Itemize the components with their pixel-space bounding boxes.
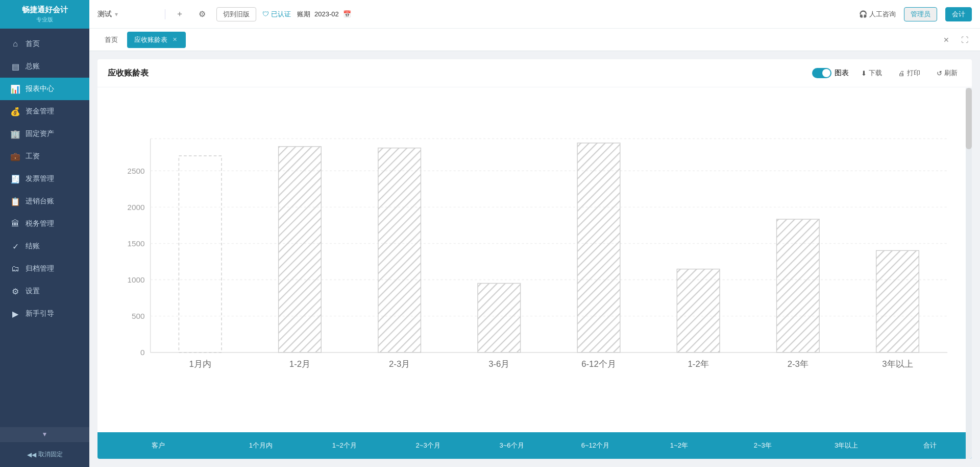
svg-text:1-2月: 1-2月 xyxy=(289,359,310,369)
svg-text:2500: 2500 xyxy=(127,167,144,175)
bar-8 xyxy=(876,250,919,352)
page-actions: 图表 ⬇ 下载 🖨 打印 ↺ 刷新 xyxy=(812,66,962,80)
switch-old-version-btn[interactable]: 切到旧版 xyxy=(216,7,256,21)
user-btn[interactable]: 管理员 xyxy=(904,7,937,21)
sidebar-item-home[interactable]: ⌂ 首页 xyxy=(0,33,89,55)
print-label: 打印 xyxy=(907,68,920,78)
sidebar-item-funds[interactable]: 💰 资金管理 xyxy=(0,100,89,123)
certified-badge: 🛡 已认证 xyxy=(262,10,291,19)
table-header: 客户1个月内1~2个月2~3个月3~6个月6~12个月1~2年2~3年3年以上合… xyxy=(97,432,972,459)
content-area: 应收账龄表 图表 ⬇ 下载 🖨 打印 xyxy=(89,51,980,467)
workspace-name: 测试 xyxy=(97,10,112,19)
table-col-2: 1~2个月 xyxy=(303,434,386,457)
bar-3 xyxy=(378,148,421,353)
funds-icon: 💰 xyxy=(10,106,20,116)
settings-icon-btn[interactable]: ⚙ xyxy=(194,6,210,22)
chevron-down-icon: ▾ xyxy=(115,11,118,18)
sidebar-label-invoice: 发票管理 xyxy=(26,174,54,183)
sidebar-item-invoice[interactable]: 🧾 发票管理 xyxy=(0,168,89,190)
svg-text:3年以上: 3年以上 xyxy=(882,359,913,369)
refresh-label: 刷新 xyxy=(944,68,958,78)
window-controls: ✕ ⛶ xyxy=(939,33,972,47)
bar-chart: 0 500 1000 1500 2000 2500 xyxy=(108,92,962,427)
cancel-fixed-btn[interactable]: ◀◀ 取消固定 xyxy=(0,446,89,463)
sidebar-item-assets[interactable]: 🏢 固定资产 xyxy=(0,123,89,145)
page-header: 应收账龄表 图表 ⬇ 下载 🖨 打印 xyxy=(97,59,972,87)
archive-icon: 🗂 xyxy=(10,264,20,274)
tab-aging[interactable]: 应收账龄表 ✕ xyxy=(127,32,186,48)
svg-text:6-12个月: 6-12个月 xyxy=(581,359,616,369)
print-btn[interactable]: 🖨 打印 xyxy=(894,66,924,80)
download-btn[interactable]: ⬇ 下载 xyxy=(857,66,886,80)
table-col-1: 1个月内 xyxy=(219,434,303,457)
invoice-icon: 🧾 xyxy=(10,174,20,184)
tax-icon: 🏛 xyxy=(10,219,20,229)
sidebar-label-settle: 结账 xyxy=(26,242,40,251)
svg-text:2-3月: 2-3月 xyxy=(389,359,410,369)
aging-tab-label: 应收账龄表 xyxy=(134,35,167,44)
sidebar-label-reports: 报表中心 xyxy=(26,84,54,94)
scroll-thumb[interactable] xyxy=(966,88,972,149)
chart-toggle[interactable]: 图表 xyxy=(812,68,849,78)
table-col-3: 2~3个月 xyxy=(386,434,470,457)
header-right: 🎧 人工咨询 管理员 会计 xyxy=(859,7,972,21)
svg-text:1000: 1000 xyxy=(127,275,144,284)
svg-text:1-2年: 1-2年 xyxy=(688,359,709,369)
consult-btn[interactable]: 🎧 人工咨询 xyxy=(859,10,896,19)
home-tab-label: 首页 xyxy=(105,35,118,44)
sidebar-item-wages[interactable]: 💼 工资 xyxy=(0,145,89,168)
headset-icon: 🎧 xyxy=(859,10,867,18)
sidebar-item-guide[interactable]: ▶ 新手引导 xyxy=(0,302,89,325)
sidebar-item-settings[interactable]: ⚙ 设置 xyxy=(0,280,89,302)
bar-4 xyxy=(478,284,521,353)
header: 测试 ▾ ＋ ⚙ 切到旧版 🛡 已认证 账期 2023-02 📅 🎧 人工咨询 … xyxy=(89,0,980,29)
table-col-7: 2~3年 xyxy=(721,434,804,457)
sidebar-scroll-down[interactable]: ▼ xyxy=(0,427,89,441)
tab-close-icon[interactable]: ✕ xyxy=(170,36,179,44)
main-content: 首页 应收账龄表 ✕ ✕ ⛶ 应收账龄表 图表 xyxy=(89,29,980,467)
sidebar-label-wages: 工资 xyxy=(26,152,40,161)
add-button[interactable]: ＋ xyxy=(172,6,188,22)
sidebar-item-reports[interactable]: 📊 报表中心 xyxy=(0,78,89,100)
svg-text:0: 0 xyxy=(140,348,145,357)
bar-2 xyxy=(279,147,322,353)
sidebar-label-home: 首页 xyxy=(26,39,40,49)
expand-window-btn[interactable]: ⛶ xyxy=(958,33,972,47)
app-name: 畅捷通好会计 xyxy=(22,5,68,15)
chart-svg-wrap: 0 500 1000 1500 2000 2500 xyxy=(108,92,962,427)
table-col-0: 客户 xyxy=(97,434,219,457)
calendar-icon[interactable]: 📅 xyxy=(343,10,351,18)
shield-icon: 🛡 xyxy=(262,10,269,18)
sidebar-label-funds: 资金管理 xyxy=(26,107,54,116)
scroll-track[interactable] xyxy=(966,88,972,459)
sidebar: 畅捷通好会计 专业版 ⌂ 首页 ▤ 总账 📊 报表中心 💰 资金管理 🏢 固定资… xyxy=(0,0,89,467)
toggle-track[interactable] xyxy=(812,68,831,78)
sidebar-item-settle[interactable]: ✓ 结账 xyxy=(0,235,89,258)
guide-icon: ▶ xyxy=(10,309,20,319)
sidebar-item-archive[interactable]: 🗂 归档管理 xyxy=(0,258,89,280)
table-col-6: 1~2年 xyxy=(637,434,721,457)
table-col-8: 3年以上 xyxy=(804,434,888,457)
sidebar-item-ledger[interactable]: ▤ 总账 xyxy=(0,55,89,78)
home-icon: ⌂ xyxy=(10,39,20,49)
bar-1 xyxy=(179,156,222,353)
sidebar-nav: ⌂ 首页 ▤ 总账 📊 报表中心 💰 资金管理 🏢 固定资产 💼 工资 🧾 发票… xyxy=(0,29,89,427)
tab-home[interactable]: 首页 xyxy=(97,32,125,48)
period-info: 账期 2023-02 📅 xyxy=(297,10,351,19)
close-window-btn[interactable]: ✕ xyxy=(939,33,953,47)
sidebar-item-tax[interactable]: 🏛 税务管理 xyxy=(0,213,89,235)
accountant-btn[interactable]: 会计 xyxy=(945,7,972,21)
app-logo[interactable]: 畅捷通好会计 专业版 xyxy=(0,0,89,29)
bar-5 xyxy=(577,143,620,353)
workspace-selector[interactable]: 测试 ▾ xyxy=(97,10,159,19)
refresh-btn[interactable]: ↺ 刷新 xyxy=(933,66,962,80)
download-icon: ⬇ xyxy=(861,69,867,77)
period-text-label: 账期 xyxy=(297,10,310,19)
toggle-thumb xyxy=(822,69,830,77)
table-col-5: 6~12个月 xyxy=(553,434,637,457)
sidebar-label-purchase: 进销台账 xyxy=(26,197,54,206)
table-col-9: 合计 xyxy=(888,434,972,457)
svg-text:2-3年: 2-3年 xyxy=(788,359,808,369)
certified-label: 已认证 xyxy=(271,10,291,19)
sidebar-item-purchase[interactable]: 📋 进销台账 xyxy=(0,190,89,213)
